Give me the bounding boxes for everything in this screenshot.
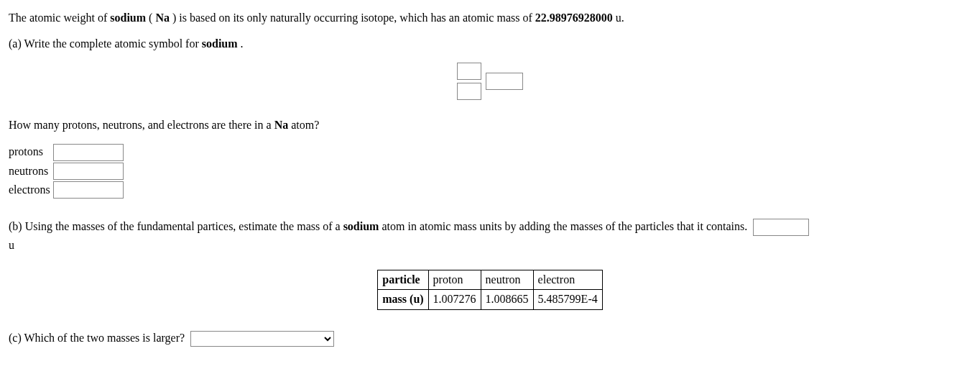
intro-b1: sodium [110,12,146,24]
table-header-particle: particle [378,270,428,289]
part-a-t1: (a) Write the complete atomic symbol for [9,37,202,50]
part-b-mass-input[interactable] [753,219,809,236]
atomic-number-input[interactable] [457,83,481,100]
electrons-input[interactable] [53,181,124,199]
part-b-t1: (b) Using the masses of the fundamental … [9,220,343,232]
subq-t2: atom? [288,119,319,131]
protons-input[interactable] [53,144,124,161]
table-row: mass (u) 1.007276 1.008665 5.485799E-4 [378,290,602,309]
subq-t1: How many protons, neutrons, and electron… [9,119,274,131]
table-header-electron: electron [533,270,602,289]
electrons-label: electrons [9,182,50,198]
part-b-b1: sodium [343,220,379,232]
table-row: particle proton neutron electron [378,270,602,289]
neutrons-row: neutrons [9,163,971,180]
intro-t4: u. [613,12,624,24]
atomic-symbol-input-group [9,63,971,100]
part-a-t2: . [238,37,244,50]
intro-t2: ( [146,12,155,24]
table-value-proton: 1.007276 [428,290,481,309]
table-header-neutron: neutron [481,270,533,289]
part-a-prompt: (a) Write the complete atomic symbol for… [9,36,971,52]
protons-row: protons [9,143,971,160]
intro-b2: Na [155,12,170,24]
part-b-prompt-line: (b) Using the masses of the fundamental … [9,219,971,254]
part-c-t1: (c) Which of the two masses is larger? [9,332,185,344]
neutrons-input[interactable] [53,163,124,180]
part-c-select[interactable] [190,331,334,347]
table-header-proton: proton [428,270,481,289]
table-rowlabel-mass: mass (u) [378,290,428,309]
element-symbol-input[interactable] [486,73,523,90]
protons-label: protons [9,144,50,160]
intro-t3: ) is based on its only naturally occurri… [170,12,535,24]
intro-text: The atomic weight of sodium ( Na ) is ba… [9,10,971,26]
subq-b1: Na [274,119,289,131]
part-c-prompt-line: (c) Which of the two masses is larger? [9,330,971,347]
subq-prompt: How many protons, neutrons, and electron… [9,117,971,133]
intro-b3: 22.98976928000 [535,12,613,24]
neutrons-label: neutrons [9,163,50,179]
mass-number-input[interactable] [457,63,481,80]
table-value-neutron: 1.008665 [481,290,533,309]
table-value-electron: 5.485799E-4 [533,290,602,309]
intro-t1: The atomic weight of [9,12,110,24]
part-a-b1: sodium [202,37,238,50]
electrons-row: electrons [9,181,971,199]
particle-mass-table: particle proton neutron electron mass (u… [377,270,602,310]
part-b-unit: u [9,239,14,251]
part-b-t2: atom in atomic mass units by adding the … [379,220,747,232]
